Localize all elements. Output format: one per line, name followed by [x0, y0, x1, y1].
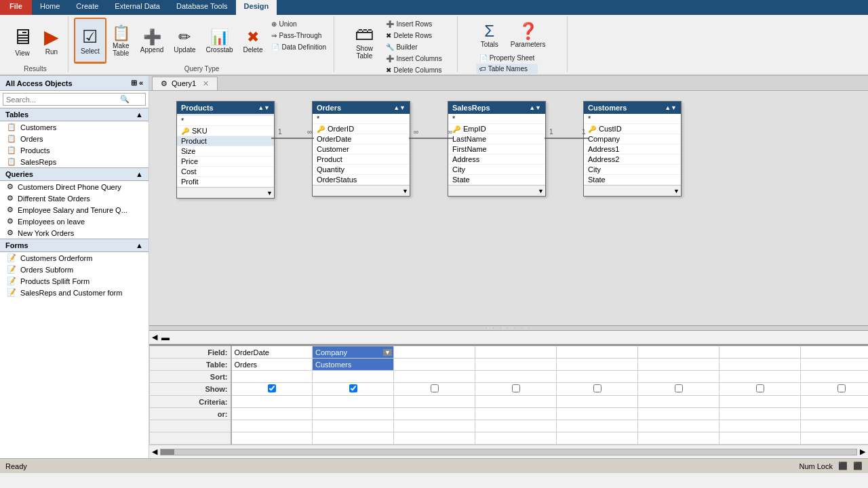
grid-field-6[interactable] [638, 346, 719, 359]
grid-criteria-3[interactable] [394, 396, 475, 408]
grid-show-8[interactable] [801, 383, 869, 396]
grid-criteria-6[interactable] [638, 396, 719, 408]
show-checkbox-7[interactable] [756, 384, 764, 392]
grid-extra-1-5[interactable] [557, 420, 638, 432]
grid-table-4[interactable] [475, 359, 557, 371]
sidebar-item-customers[interactable]: 📋 Customers [0, 121, 149, 133]
grid-bottom-left-icon[interactable]: ◀ [152, 447, 157, 456]
grid-or-5[interactable] [557, 408, 638, 420]
grid-criteria-7[interactable] [719, 396, 801, 408]
grid-extra-2-3[interactable] [394, 432, 475, 445]
grid-table-6[interactable] [638, 359, 719, 371]
sidebar-item-products-form[interactable]: 📝 Products Spllift Form [0, 275, 149, 287]
customers-field-state[interactable]: State [584, 175, 681, 185]
grid-field-5[interactable] [557, 346, 638, 359]
customers-field-asterisk[interactable]: * [584, 114, 681, 124]
grid-criteria-4[interactable] [475, 396, 557, 408]
products-field-cost[interactable]: Cost [177, 167, 274, 177]
grid-or-8[interactable] [801, 408, 869, 420]
sidebar-item-different-state[interactable]: ⚙ Different State Orders [0, 192, 149, 204]
sidebar-item-products[interactable]: 📋 Products [0, 144, 149, 156]
sidebar-item-employee-salary[interactable]: ⚙ Employee Salary and Tenure Q... [0, 204, 149, 216]
grid-or-3[interactable] [394, 408, 475, 420]
grid-sort-6[interactable] [638, 371, 719, 383]
customers-field-city[interactable]: City [584, 165, 681, 175]
grid-field-8[interactable] [801, 346, 869, 359]
design-grid-splitter[interactable]: · · · · · · · [149, 325, 868, 331]
salesreps-field-lastname[interactable]: LastName [448, 134, 545, 144]
grid-or-7[interactable] [719, 408, 801, 420]
orders-field-orderid[interactable]: 🔑 OrderID [313, 124, 410, 134]
grid-sort-7[interactable] [719, 371, 801, 383]
products-field-price[interactable]: Price [177, 157, 274, 167]
view-button[interactable]: 🖥 View [7, 18, 38, 64]
orders-field-product[interactable]: Product [313, 155, 410, 165]
grid-extra-1-1[interactable] [231, 420, 313, 432]
sidebar-item-new-york[interactable]: ⚙ New York Orders [0, 227, 149, 239]
insert-rows-button[interactable]: ➕ Insert Rows [382, 19, 445, 29]
delete-columns-button[interactable]: ✖ Delete Columns [382, 65, 445, 75]
grid-scrollbar-thumb[interactable] [161, 449, 174, 455]
delete-rows-button[interactable]: ✖ Delete Rows [382, 30, 445, 41]
orders-field-quantity[interactable]: Quantity [313, 165, 410, 175]
salesreps-field-state[interactable]: State [448, 175, 545, 185]
grid-extra-2-7[interactable] [719, 432, 801, 445]
show-table-button[interactable]: 🗃 ShowTable [347, 18, 381, 64]
salesreps-field-city[interactable]: City [448, 165, 545, 175]
orders-scroll-down-icon[interactable]: ▼ [402, 188, 408, 195]
data-definition-button[interactable]: 📄 Data Definition [268, 42, 330, 52]
products-field-size[interactable]: Size [177, 146, 274, 157]
customers-field-address2[interactable]: Address2 [584, 155, 681, 165]
grid-extra-2-5[interactable] [557, 432, 638, 445]
insert-columns-button[interactable]: ➕ Insert Columns [382, 54, 445, 64]
grid-sort-5[interactable] [557, 371, 638, 383]
customers-scroll-down-icon[interactable]: ▼ [673, 188, 679, 195]
grid-extra-2-4[interactable] [475, 432, 557, 445]
update-button[interactable]: ✏ Update [169, 18, 200, 64]
show-checkbox-6[interactable] [675, 384, 683, 392]
sidebar-item-salesreps[interactable]: 📋 SalesReps [0, 156, 149, 167]
grid-show-7[interactable] [719, 383, 801, 396]
grid-or-6[interactable] [638, 408, 719, 420]
customers-field-company[interactable]: Company [584, 134, 681, 144]
grid-criteria-1[interactable] [231, 396, 313, 408]
grid-extra-2-6[interactable] [638, 432, 719, 445]
tab-home[interactable]: Home [32, 0, 68, 15]
query1-close-icon[interactable]: ✕ [203, 79, 209, 88]
show-checkbox-4[interactable] [512, 384, 520, 392]
sidebar-section-forms[interactable]: Forms ▲ [0, 239, 149, 252]
grid-or-2[interactable] [313, 408, 394, 420]
property-sheet-button[interactable]: 📄 Property Sheet [476, 53, 538, 63]
tab-design[interactable]: Design [236, 0, 277, 15]
customers-table-header[interactable]: Customers ▲▼ [584, 102, 681, 114]
tab-database[interactable]: Database Tools [168, 0, 236, 15]
grid-extra-2-1[interactable] [231, 432, 313, 445]
grid-show-5[interactable] [557, 383, 638, 396]
grid-scroll-right-icon[interactable]: ▬ [161, 333, 170, 342]
show-checkbox-5[interactable] [593, 384, 601, 392]
orders-table-header[interactable]: Orders ▲▼ [313, 102, 410, 114]
totals-button[interactable]: Σ Totals [476, 18, 503, 52]
union-button[interactable]: ⊕ Union [268, 19, 330, 29]
parameters-button[interactable]: ❓ Parameters [506, 18, 551, 52]
sidebar-item-salesreps-form[interactable]: 📝 SalesReps and Customer form [0, 287, 149, 298]
orders-field-orderstatus[interactable]: OrderStatus [313, 175, 410, 185]
grid-table-8[interactable] [801, 359, 869, 371]
grid-sort-8[interactable] [801, 371, 869, 383]
grid-sort-1[interactable] [231, 371, 313, 383]
grid-show-4[interactable] [475, 383, 557, 396]
grid-table-7[interactable] [719, 359, 801, 371]
builder-button[interactable]: 🔧 Builder [382, 42, 445, 52]
grid-extra-1-2[interactable] [313, 420, 394, 432]
grid-or-4[interactable] [475, 408, 557, 420]
tab-external[interactable]: External Data [106, 0, 168, 15]
make-table-button[interactable]: 📋 MakeTable [107, 18, 135, 64]
products-field-profit[interactable]: Profit [177, 177, 274, 187]
grid-extra-1-8[interactable] [801, 420, 869, 432]
sidebar-collapse-icon[interactable]: « [139, 79, 143, 87]
run-button[interactable]: ▶ Run [39, 18, 64, 64]
show-checkbox-8[interactable] [837, 384, 846, 392]
grid-table-orders[interactable]: Orders [231, 359, 313, 371]
grid-scrollbar-track[interactable] [160, 449, 857, 455]
grid-sort-4[interactable] [475, 371, 557, 383]
